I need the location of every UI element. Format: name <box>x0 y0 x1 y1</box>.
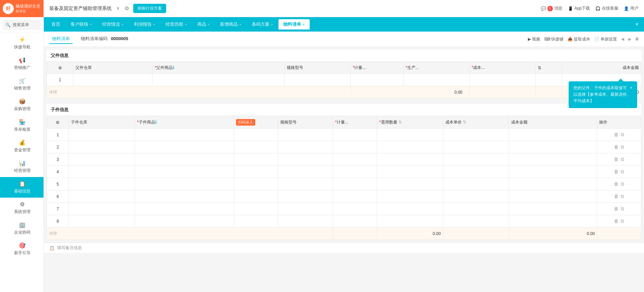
child-spec-3[interactable] <box>278 153 333 166</box>
child-unit-cost-5[interactable] <box>443 178 509 190</box>
child-unit-6[interactable] <box>333 190 377 203</box>
parent-unit-cell[interactable] <box>350 74 403 86</box>
copy-icon-4[interactable]: ⧉ <box>621 169 624 175</box>
child-qty-8[interactable] <box>377 215 443 227</box>
user-btn[interactable]: 👤 用户 <box>624 5 639 11</box>
sidebar-item-finance[interactable]: 💰 资金管理 <box>0 136 44 156</box>
tab-goods-close[interactable]: × <box>208 22 210 26</box>
sidebar-item-operations[interactable]: 📊 经营管理 <box>0 156 44 177</box>
parent-cost-cell[interactable] <box>469 74 535 86</box>
parent-spec-cell[interactable] <box>284 74 350 86</box>
child-qty-1[interactable] <box>377 129 443 141</box>
child-spec-4[interactable] <box>278 166 333 178</box>
child-warehouse-2[interactable] <box>69 141 135 153</box>
page-tab-bom[interactable]: 物料清单 <box>49 34 73 44</box>
delete-icon-5[interactable]: 🗑 <box>614 181 619 187</box>
copy-icon-2[interactable]: ⧉ <box>621 144 624 150</box>
parent-warehouse-cell[interactable] <box>73 74 152 86</box>
child-spec-8[interactable] <box>278 215 333 227</box>
parent-goods-cell[interactable] <box>152 74 285 86</box>
child-qty-3[interactable] <box>377 153 443 166</box>
child-goods-3[interactable] <box>135 153 234 166</box>
child-unit-1[interactable] <box>333 129 377 141</box>
tab-bom[interactable]: 物料清单 × <box>278 19 309 30</box>
shortcut-btn[interactable]: ⌨ 快捷键 <box>544 36 564 42</box>
tab-bom-close[interactable]: × <box>302 22 305 26</box>
delete-icon-7[interactable]: 🗑 <box>614 206 619 212</box>
tab-barcode-close[interactable]: × <box>271 22 273 26</box>
view-btn[interactable]: ▶ 视频 <box>528 36 540 42</box>
child-goods-4[interactable] <box>135 166 234 178</box>
sidebar-item-quick-nav[interactable]: ⚡ 快捷导航 <box>0 33 44 54</box>
tab-history-close[interactable]: × <box>185 22 187 26</box>
info-icon[interactable]: ℹ <box>173 65 174 70</box>
child-unit-cost-8[interactable] <box>443 215 509 227</box>
child-unit-4[interactable] <box>333 166 377 178</box>
nav-close-btn[interactable]: × <box>633 21 641 27</box>
child-warehouse-3[interactable] <box>69 153 135 166</box>
copy-icon-5[interactable]: ⧉ <box>621 181 624 187</box>
tab-profit[interactable]: 利润报告 × <box>129 19 160 30</box>
parent-col-settings[interactable]: ⚙ <box>47 62 73 74</box>
child-warehouse-1[interactable] <box>69 129 135 141</box>
tab-add-goods[interactable]: 新增商品 × <box>215 19 246 30</box>
search-menu-button[interactable]: 🔍 搜索菜单 <box>3 20 41 30</box>
child-unit-5[interactable] <box>333 178 377 190</box>
sidebar-item-guide[interactable]: 🎯 新手引导 <box>0 239 44 259</box>
sidebar-item-marketing[interactable]: 📢 营销推广 <box>0 54 44 74</box>
delete-icon-6[interactable]: 🗑 <box>614 194 619 199</box>
tab-customer[interactable]: 客户联络 × <box>66 19 97 30</box>
child-warehouse-6[interactable] <box>69 190 135 203</box>
app-download-btn[interactable]: 📱 App下载 <box>568 5 590 11</box>
tooltip-close-btn[interactable]: × <box>630 85 632 91</box>
copy-icon-1[interactable]: ⧉ <box>621 132 624 138</box>
child-unit-2[interactable] <box>333 141 377 153</box>
message-btn[interactable]: 💬 6 消息 <box>541 5 562 11</box>
tab-add-goods-close[interactable]: × <box>239 22 241 26</box>
sidebar-item-system[interactable]: ⚙ 系统管理 <box>0 198 44 218</box>
child-warehouse-5[interactable] <box>69 178 135 190</box>
tab-home[interactable]: 首页 <box>47 19 65 30</box>
delete-icon-1[interactable]: 🗑 <box>614 132 619 138</box>
sidebar-item-purchase[interactable]: 📦 采购管理 <box>0 95 44 115</box>
tab-goods[interactable]: 商品 × <box>193 19 214 30</box>
grid-view-icon[interactable]: ≡ <box>635 36 639 42</box>
child-spec-7[interactable] <box>278 203 333 215</box>
copy-icon-3[interactable]: ⧉ <box>621 156 624 162</box>
child-unit-3[interactable] <box>333 153 377 166</box>
child-unit-cost-3[interactable] <box>443 153 509 166</box>
copy-icon-8[interactable]: ⧉ <box>621 218 624 224</box>
tab-history[interactable]: 经营历程 × <box>161 19 191 30</box>
child-unit-7[interactable] <box>333 203 377 215</box>
scan-input-btn[interactable]: 扫码录入 <box>236 119 255 126</box>
delete-icon-4[interactable]: 🗑 <box>614 169 619 175</box>
child-spec-6[interactable] <box>278 190 333 203</box>
child-spec-5[interactable] <box>278 178 333 190</box>
child-goods-2[interactable] <box>135 141 234 153</box>
child-unit-cost-6[interactable] <box>443 190 509 203</box>
tab-operations-close[interactable]: × <box>121 22 123 26</box>
child-goods-5[interactable] <box>135 178 234 190</box>
trial-btn[interactable]: 体验行业方案 <box>133 4 166 13</box>
sidebar-item-enterprise[interactable]: 🏢 企业协同 <box>0 218 44 239</box>
child-unit-8[interactable] <box>333 215 377 227</box>
child-goods-6[interactable] <box>135 190 234 203</box>
pagination-next[interactable]: ▶ <box>628 37 631 42</box>
extract-cost-btn[interactable]: 📥 提取成本 <box>568 36 590 42</box>
sidebar-item-basic-info[interactable]: 📋 基础信息 <box>0 177 44 198</box>
child-col-settings[interactable]: ⚙ <box>47 116 69 129</box>
dropdown-arrow-icon[interactable]: ▼ <box>116 6 120 11</box>
tab-profit-close[interactable]: × <box>153 22 155 26</box>
child-qty-5[interactable] <box>377 178 443 190</box>
child-warehouse-4[interactable] <box>69 166 135 178</box>
child-qty-4[interactable] <box>377 166 443 178</box>
child-unit-cost-1[interactable] <box>443 129 509 141</box>
copy-icon-6[interactable]: ⧉ <box>621 194 624 199</box>
settings-icon[interactable]: ⚙ <box>124 5 129 12</box>
child-unit-cost-2[interactable] <box>443 141 509 153</box>
child-warehouse-7[interactable] <box>69 203 135 215</box>
child-spec-2[interactable] <box>278 141 333 153</box>
child-info-icon[interactable]: ℹ <box>155 120 157 125</box>
child-qty-2[interactable] <box>377 141 443 153</box>
child-warehouse-8[interactable] <box>69 215 135 227</box>
